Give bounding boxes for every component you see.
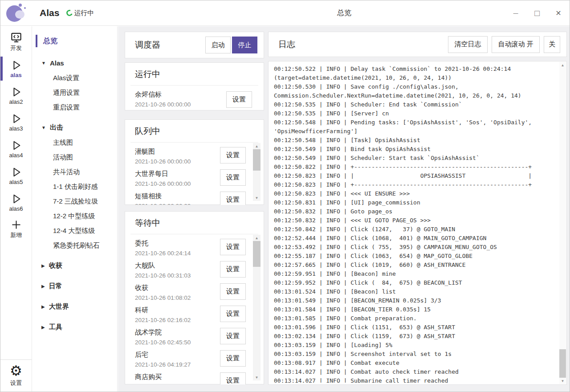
nav-item-Alas[interactable]: ▼ Alas	[33, 55, 117, 71]
task-setting-button[interactable]: 设置	[220, 283, 246, 300]
task-row: 潜艇图 2021-10-26 00:00:00 设置	[135, 144, 264, 166]
scheduler-stop-button[interactable]: 停止	[232, 37, 257, 53]
scroll-up-icon[interactable]: ▲	[253, 143, 261, 149]
sidebar-item-settings[interactable]: ⚙ 设置	[0, 359, 32, 392]
task-name: 后宅	[135, 347, 219, 359]
nav-item-出击[interactable]: ▼ 出击	[33, 119, 117, 135]
log-line: 00:12:50.548 | INFO | [Task] OpsiAshAssi…	[274, 136, 555, 145]
nav-item-活动图[interactable]: 活动图	[33, 150, 117, 165]
task-next-run-time: 2021-10-26 02:16:02	[135, 317, 219, 323]
task-row: 委托 2021-10-26 00:24:14 设置	[135, 236, 264, 258]
task-name: 收获	[135, 280, 219, 292]
task-setting-button[interactable]: 设置	[220, 350, 246, 367]
task-setting-button[interactable]: 设置	[220, 147, 246, 163]
task-setting-button[interactable]: 设置	[226, 91, 252, 108]
autoscroll-off-button[interactable]: 关	[544, 36, 560, 53]
nav-item-共斗活动[interactable]: 共斗活动	[33, 165, 117, 180]
nav-item-label: 1-1 伏击刷好感	[53, 183, 98, 191]
scroll-down-icon[interactable]: ▼	[253, 195, 261, 201]
nav-item-紧急委托刷钻石[interactable]: 紧急委托刷钻石	[33, 238, 117, 253]
sidebar-item-开发[interactable]: 开发	[0, 29, 32, 55]
scroll-down-icon[interactable]: ▼	[253, 374, 261, 380]
sidebar-item-alas2[interactable]: alas2	[0, 82, 32, 109]
log-line: 00:13:03.159 | INFO | [Loading] 5%	[274, 341, 555, 350]
scroll-up-icon[interactable]: ▲	[253, 235, 261, 241]
task-row: 后宅 2021-10-26 04:19:27 设置	[135, 347, 264, 369]
sidebar-item-alas3[interactable]: alas3	[0, 109, 32, 135]
log-line: 00:12:50.549 | INFO | Scheduler: Start t…	[274, 154, 555, 163]
play-icon	[10, 113, 22, 125]
pending-scrollbar[interactable]: ▲ ▼	[253, 143, 261, 201]
task-next-run-time: 2021-10-26 04:19:27	[135, 361, 219, 368]
clear-log-button[interactable]: 清空日志	[448, 36, 488, 53]
nav-item-12-2 中型练级[interactable]: 12-2 中型练级	[33, 209, 117, 224]
log-line: (target=datetime.datetime(2021, 10, 26, …	[274, 74, 555, 82]
play-icon	[10, 193, 22, 205]
nav-item-收获[interactable]: ▶ 收获	[33, 257, 117, 274]
log-line: 00:12:50.831 | INFO | [UI] page_commissi…	[274, 198, 555, 207]
scheduler-start-button[interactable]: 启动	[205, 37, 231, 53]
nav-item-label: 7-2 三战捡垃圾	[53, 197, 98, 206]
task-name: 潜艇图	[135, 144, 219, 156]
task-setting-button[interactable]: 设置	[220, 192, 246, 205]
task-setting-button[interactable]: 设置	[220, 328, 246, 344]
scroll-up-icon[interactable]: ▲	[559, 62, 566, 68]
scroll-thumb[interactable]	[559, 349, 566, 378]
log-line: 00:13:01.549 | INFO | [BEACON_REMAIN 0.0…	[274, 296, 555, 305]
log-scrollbar[interactable]: ▲ ▼	[559, 62, 566, 384]
sidebar-item-label: 新增	[10, 231, 22, 239]
nav-item-主线图[interactable]: 主线图	[33, 135, 117, 150]
nav-item-重启设置[interactable]: 重启设置	[33, 100, 117, 115]
maximize-icon[interactable]: □	[533, 9, 541, 17]
nav-item-label: 共斗活动	[53, 168, 80, 176]
sidebar-item-alas[interactable]: alas	[0, 55, 32, 82]
nav-item-大世界[interactable]: ▶ 大世界	[33, 298, 117, 314]
nav-item-日常[interactable]: ▶ 日常	[33, 278, 117, 294]
close-icon[interactable]: ✕	[554, 9, 562, 17]
sidebar-item-新增[interactable]: 新增	[0, 216, 32, 242]
task-next-run-time: 2021-10-26 02:45:50	[135, 339, 219, 346]
scroll-thumb[interactable]	[253, 149, 261, 171]
nav-item-1-1 伏击刷好感[interactable]: 1-1 伏击刷好感	[33, 180, 117, 194]
play-icon	[10, 59, 22, 71]
log-line: 00:13:01.524 | INFO | [Beacon] list	[274, 287, 555, 296]
sidebar-item-alas4[interactable]: alas4	[0, 135, 32, 162]
task-setting-button[interactable]: 设置	[220, 372, 246, 384]
nav-item-label: 12-2 中型练级	[53, 212, 95, 220]
task-setting-button[interactable]: 设置	[220, 169, 246, 186]
task-setting-button[interactable]: 设置	[220, 306, 246, 322]
task-setting-button[interactable]: 设置	[220, 239, 246, 255]
minimize-icon[interactable]: ─	[512, 9, 520, 17]
nav-item-label: 大世界	[49, 302, 69, 311]
nav-item-7-2 三战捡垃圾[interactable]: 7-2 三战捡垃圾	[33, 194, 117, 209]
task-name: 大世界每日	[135, 166, 219, 178]
running-title: 运行中	[130, 63, 258, 86]
task-next-run-time: 2021-10-26 00:00:00	[135, 101, 219, 108]
log-line: 00:13:01.596 | INFO | Click (1151, 653) …	[274, 323, 555, 332]
task-row: 大世界每日 2021-10-26 00:00:00 设置	[135, 166, 264, 188]
play-icon	[10, 86, 22, 98]
nav-item-通用设置[interactable]: 通用设置	[33, 86, 117, 100]
tree-arrow-icon: ▼	[41, 61, 46, 65]
task-next-run-time: 2021-10-26 00:00:00	[135, 158, 219, 165]
window-controls: ─ □ ✕	[512, 0, 562, 26]
nav-item-总览[interactable]: 总览	[33, 32, 117, 50]
sidebar-item-alas6[interactable]: alas6	[0, 189, 32, 216]
nav-item-label: Alas设置	[53, 74, 79, 82]
nav-item-12-4 大型练级[interactable]: 12-4 大型练级	[33, 224, 117, 238]
config-sidebar: 开发 alas	[0, 26, 32, 392]
log-line: 00:13:08.917 | INFO | Combat execute	[274, 359, 555, 368]
nav-item-工具[interactable]: ▶ 工具	[33, 319, 117, 335]
nav-item-label: 重启设置	[53, 103, 80, 112]
task-setting-button[interactable]: 设置	[220, 261, 246, 278]
autoscroll-toggle-button[interactable]: 自动滚动 开	[492, 36, 540, 53]
nav-item-Alas设置[interactable]: Alas设置	[33, 71, 117, 86]
waiting-scrollbar[interactable]: ▲ ▼	[253, 235, 261, 380]
scroll-thumb[interactable]	[253, 241, 261, 267]
log-line: 00:12:50.823 | INFO | +-----------------…	[274, 180, 555, 189]
sidebar-item-alas5[interactable]: alas5	[0, 162, 32, 189]
main-content: 调度器 启动 停止 运行中 余烬信标 2021-10-26 00:00:00 设…	[118, 26, 570, 392]
nav-item-label: 活动图	[53, 153, 73, 162]
task-name: 大舰队	[135, 258, 219, 270]
scroll-down-icon[interactable]: ▼	[559, 378, 566, 384]
